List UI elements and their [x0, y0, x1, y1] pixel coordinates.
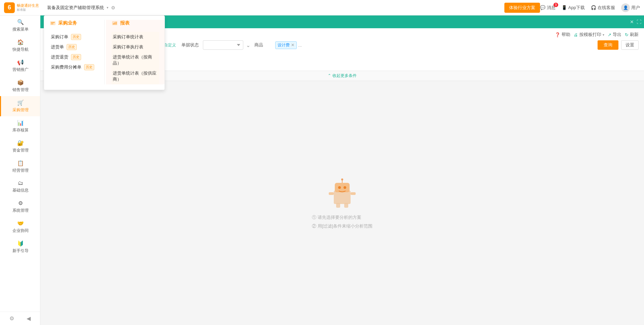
goods-group: 设计费 ✕ ...: [275, 41, 302, 49]
sidebar-item-basic-info[interactable]: 🗂 基础信息: [0, 177, 40, 197]
top-right-area: 💬 消息 9 📱 App下载 🎧 在线客服 👤 用户: [540, 3, 640, 12]
dropdown-item-inbound-return[interactable]: 进货退货 历史: [49, 52, 98, 62]
sidebar-item-sales[interactable]: 📦 销售管理: [0, 76, 40, 96]
doc-status-group: ⌄: [203, 40, 250, 50]
empty-state: ① 请先选择要分析的方案 ② 用[过滤]条件来缩小分析范围: [40, 81, 644, 325]
goods-label: 商品: [254, 42, 271, 48]
cooperation-icon: 🤝: [17, 220, 24, 227]
industry-button[interactable]: 体验行业方案: [504, 3, 540, 13]
system-name: 装备及固定资产辅助管理系统: [47, 5, 104, 11]
system-title: 装备及固定资产辅助管理系统 ▾ ⚙: [47, 5, 504, 11]
toolbar-right: ❓ 帮助 🖨 按模板打印 ▾ ↗ 导出 ↻ 刷新: [555, 32, 639, 38]
dropdown-item-inbound-stat-supplier[interactable]: 进货单统计表（按供应商）: [111, 68, 159, 84]
print-icon: 🖨: [574, 32, 578, 37]
dropdown-item-purchase-order-exec[interactable]: 采购订单执行表: [111, 42, 159, 52]
dropdown-item-inbound-stat-goods[interactable]: 进货单统计表（按商品）: [111, 52, 159, 68]
sidebar-item-quick-nav[interactable]: 🏠 快捷导航: [0, 36, 40, 56]
doc-status-expand-icon[interactable]: ⌄: [246, 42, 250, 48]
sidebar-collapse-button[interactable]: ◀: [27, 315, 31, 322]
report-section-title: 报表: [111, 20, 159, 29]
sidebar-item-search[interactable]: 🔍 搜索菜单: [0, 15, 40, 36]
svg-rect-10: [50, 21, 56, 25]
svg-rect-6: [329, 192, 334, 195]
dropdown-report-col: 报表 采购订单统计表 采购订单执行表 进货单统计表（按商品） 进货单统计表（按供…: [106, 20, 165, 84]
inventory-icon: 📊: [17, 120, 24, 126]
chevron-down-icon[interactable]: ▾: [107, 6, 108, 9]
sidebar-item-finance[interactable]: 🔐 资金管理: [0, 136, 40, 157]
search-icon: 🔍: [17, 19, 24, 25]
sidebar-item-marketing[interactable]: 📢 营销推广: [0, 56, 40, 76]
message-icon: 💬: [540, 5, 545, 10]
question-icon: ❓: [555, 32, 560, 37]
sales-icon: 📦: [17, 79, 24, 86]
export-button[interactable]: ↗ 导出: [608, 32, 621, 38]
dropdown-divider: [104, 20, 105, 84]
goods-ellipsis[interactable]: ...: [298, 43, 302, 48]
logo-text: 畅捷通好生意 标准版: [17, 3, 39, 12]
sidebar-item-cooperation[interactable]: 🤝 企业协同: [0, 217, 40, 237]
message-badge: 9: [553, 3, 558, 7]
query-button[interactable]: 查询: [598, 40, 618, 50]
sidebar: 🔍 搜索菜单 🏠 快捷导航 📢 营销推广 📦 销售管理 🛒 采购管理 📊 库存核…: [0, 15, 40, 325]
svg-rect-8: [336, 203, 340, 208]
export-icon: ↗: [608, 32, 611, 37]
top-bar: 6 畅捷通好生意 标准版 装备及固定资产辅助管理系统 ▾ ⚙ 体验行业方案 💬 …: [0, 0, 644, 15]
sidebar-settings-button[interactable]: ⚙: [9, 315, 14, 322]
svg-point-3: [344, 186, 346, 189]
sidebar-item-operations[interactable]: 📋 经营管理: [0, 157, 40, 177]
refresh-button[interactable]: ↻ 刷新: [625, 32, 639, 38]
history-badge-3: 历史: [84, 64, 94, 70]
refresh-icon: ↻: [625, 32, 629, 37]
logo-area: 6 畅捷通好生意 标准版: [4, 2, 44, 13]
dropdown-purchase-col: 采购业务 采购订单 历史 进货单 历史 进货退货 历史 采购费用分摊单 历史: [44, 20, 103, 84]
basic-info-icon: 🗂: [18, 180, 23, 186]
dropdown-item-inbound[interactable]: 进货单 历史: [49, 42, 98, 52]
message-button[interactable]: 💬 消息 9: [540, 5, 556, 11]
fullscreen-icon[interactable]: ⛶: [637, 19, 641, 25]
home-icon: 🏠: [17, 39, 24, 45]
svg-rect-7: [351, 192, 356, 195]
purchase-section-title: 采购业务: [49, 20, 98, 29]
goods-tag: 设计费 ✕: [275, 41, 297, 49]
guide-icon: 🔰: [17, 240, 24, 247]
report-section-icon: [111, 20, 118, 27]
svg-point-2: [338, 186, 341, 189]
dropdown-item-purchase-expense[interactable]: 采购费用分摊单 历史: [49, 62, 98, 72]
dropdown-item-purchase-order[interactable]: 采购订单 历史: [49, 32, 98, 42]
history-badge-1: 历史: [67, 44, 77, 50]
print-chevron-icon: ▾: [603, 33, 604, 37]
history-badge-0: 历史: [71, 34, 81, 40]
purchase-icon: 🛒: [17, 99, 24, 106]
empty-illustration: [322, 175, 362, 209]
help-button[interactable]: ❓ 帮助: [555, 32, 570, 38]
marketing-icon: 📢: [17, 59, 24, 66]
doc-status-select[interactable]: [203, 40, 243, 50]
gear-icon[interactable]: ⚙: [111, 5, 115, 10]
doc-status-label: 单据状态: [181, 42, 199, 48]
user-button[interactable]: 👤 用户: [621, 3, 640, 12]
operations-icon: 📋: [17, 160, 24, 166]
print-button[interactable]: 🖨 按模板打印 ▾: [574, 32, 604, 38]
svg-point-5: [341, 178, 343, 180]
phone-icon: 📱: [562, 5, 567, 10]
system-icon: ⚙: [18, 200, 23, 206]
close-window-icon[interactable]: ✕: [630, 19, 634, 25]
headset-icon: 🎧: [591, 5, 596, 10]
dropdown-menu: 采购业务 采购订单 历史 进货单 历史 进货退货 历史 采购费用分摊单 历史: [44, 15, 165, 90]
svg-rect-0: [334, 191, 351, 204]
sidebar-item-system[interactable]: ⚙ 系统管理: [0, 197, 40, 217]
finance-icon: 🔐: [17, 140, 24, 146]
dropdown-item-purchase-order-stat[interactable]: 采购订单统计表: [111, 32, 159, 42]
sidebar-item-guide[interactable]: 🔰 新手引导: [0, 237, 40, 257]
settings-button[interactable]: 设置: [621, 40, 639, 50]
avatar: 👤: [621, 3, 630, 12]
query-buttons: 查询 设置: [598, 40, 639, 50]
history-badge-2: 历史: [71, 54, 81, 60]
sidebar-item-purchase[interactable]: 🛒 采购管理: [0, 96, 40, 116]
sidebar-item-inventory[interactable]: 📊 库存核算: [0, 116, 40, 136]
dropdown-columns: 采购业务 采购订单 历史 进货单 历史 进货退货 历史 采购费用分摊单 历史: [44, 20, 165, 84]
app-download-button[interactable]: 📱 App下载: [562, 5, 585, 11]
goods-tag-close[interactable]: ✕: [291, 43, 294, 47]
online-service-button[interactable]: 🎧 在线客服: [591, 5, 615, 11]
purchase-section-icon: [49, 20, 56, 27]
